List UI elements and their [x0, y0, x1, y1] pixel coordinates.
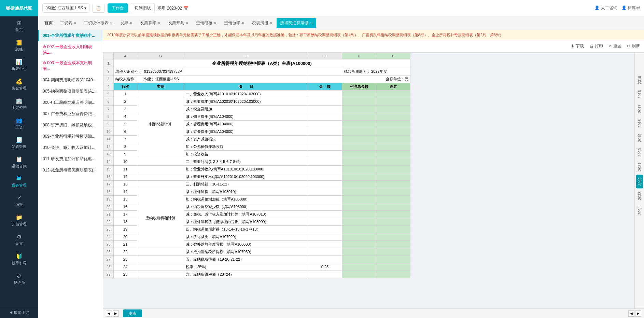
left-panel: 001-企业所得税年度纳税申... ⊗002-一般企业收入明细表(A1... ⊗… [38, 30, 103, 318]
tab-close-icon[interactable]: ✕ [310, 21, 313, 25]
print-button[interactable]: 🖨 打印 [589, 43, 603, 49]
year-2018-item[interactable]: 2018 [636, 116, 643, 130]
year-2020-item[interactable]: 2020 [636, 146, 643, 159]
year-2024-item[interactable]: 2024 [636, 204, 643, 217]
sales-icon: 📋 [16, 156, 23, 163]
table-row: 15 11 加：营业外收入(填写A101010\101020\103000) [103, 165, 410, 173]
tab-invoice-open[interactable]: 发票开具 ✕ [165, 18, 192, 28]
tab-close-icon[interactable]: ✕ [242, 21, 244, 25]
company-name: (勾撤) 江西服宝-LSS [45, 5, 83, 11]
tab-home[interactable]: 首页 [41, 18, 56, 28]
left-panel-item-001[interactable]: 001-企业所得税年度纳税申... [38, 30, 103, 41]
left-panel-item-010[interactable]: 010-免税、减计收入及加计... [38, 142, 103, 153]
tab-sales-ledger[interactable]: 进销台账 ✕ [221, 18, 248, 28]
asset-icon: 🏢 [16, 98, 23, 104]
tab-salary[interactable]: 工资表 ✕ [57, 18, 80, 28]
tab-close-icon[interactable]: ✕ [74, 21, 76, 25]
left-panel-item-004[interactable]: 004-期间费用明细表(A1040... [38, 74, 103, 86]
scroll-left-icon[interactable]: ◀ [628, 310, 634, 317]
tab-close-icon[interactable]: ✕ [186, 21, 188, 25]
tab-invoice-check[interactable]: 进销稽核 ✕ [193, 18, 220, 28]
tab-close-icon[interactable]: ✕ [158, 21, 160, 25]
table-row: 18 14 应纳税所得额计算 减：境外所得（填写A108010） [103, 188, 410, 195]
sidebar-item-guide[interactable]: 🔰 新手引导 [0, 250, 38, 269]
left-panel-item-011[interactable]: 011-研发费用加计扣除优惠... [38, 153, 103, 165]
sidebar-item-tax[interactable]: 🏛 税务管理 [0, 172, 38, 191]
download-button[interactable]: ⬇ 下载 [571, 43, 584, 49]
tab-tax-clear[interactable]: 税表清册 ✕ [249, 18, 276, 28]
row-num: 3 [103, 75, 114, 83]
year-2019b-item[interactable]: 2019 [636, 131, 643, 144]
workspace-button[interactable]: 工作台 [108, 3, 128, 13]
copy-button[interactable]: 📋 [92, 4, 105, 13]
table-row: 26 22 减：抵扣应纳税所得额（填写A107030） [103, 248, 410, 255]
row-num: 4 [103, 83, 114, 90]
year-2019-item[interactable]: 2019 [636, 73, 643, 87]
sidebar-item-label: 资金管理 [12, 86, 27, 91]
switch-button[interactable]: 切到旧版 [131, 3, 155, 13]
sheet-area: 2019年度步及取以前年度延续数据的申报表单元格需要手工维护正确，才能保证本年及… [103, 30, 644, 318]
col-line-header: 行次 [114, 83, 137, 90]
spreadsheet-wrapper[interactable]: A B C D E F 1 企业所 [103, 53, 634, 309]
sheet-toolbar: ⬇ 下载 🖨 打印 ↺ 重置 ⟳ 刷新 [103, 40, 644, 53]
reset-button[interactable]: ↺ 重置 [608, 43, 621, 49]
refresh-button[interactable]: ⟳ 刷新 [627, 43, 640, 49]
download-icon: ⬇ [571, 44, 574, 49]
sidebar-item-home[interactable]: ⊞ 首页 [0, 16, 38, 36]
sidebar-item-invoices[interactable]: 🧾 发票管理 [0, 133, 38, 153]
year-2017-item[interactable]: 2017 [636, 102, 643, 115]
user-service[interactable]: 👤 人工咨询 [594, 5, 617, 11]
sidebar-item-payroll[interactable]: 👥 工资 [0, 114, 38, 133]
username-display: 👤 徐淳华 [621, 5, 640, 11]
sidebar-item-label: 归档管理 [12, 222, 27, 227]
sidebar-item-label: 首页 [15, 27, 23, 32]
sidebar-item-report[interactable]: 📊 报表中心 [0, 55, 38, 75]
tab-close-icon[interactable]: ✕ [110, 21, 113, 25]
scroll-right-icon[interactable]: ▶ [635, 310, 641, 317]
sidebar-item-label: 新手引导 [12, 261, 27, 266]
tab-invoice[interactable]: 发票 ✕ [117, 18, 136, 28]
tab-invoice-calc[interactable]: 发票算账 ✕ [137, 18, 164, 28]
sidebar-collapse-btn[interactable]: ◀ 取消固定 [0, 307, 38, 318]
left-panel-item-008[interactable]: 008-资产折旧、摊销及纳税... [38, 120, 103, 131]
sidebar-item-archive[interactable]: 📁 归档管理 [0, 211, 38, 230]
tab-close-icon[interactable]: ✕ [130, 21, 132, 25]
nav-left-icon[interactable]: ◀ [106, 310, 112, 317]
taxpayer-name-cell: 纳税人名称： （勾撤）江西服宝-LSS [114, 75, 184, 83]
sidebar-item-member[interactable]: ◇ 畅会员 [0, 269, 38, 289]
tab-salary-stat[interactable]: 工资统计报表 ✕ [81, 18, 116, 28]
left-panel-item-003[interactable]: ⊗003-一般企业成本支出明细... [38, 57, 103, 74]
col-f-header: F [376, 53, 410, 59]
sidebar-item-ledger[interactable]: 📒 总账 [0, 36, 38, 55]
sidebar-item-fund[interactable]: 💰 资金管理 [0, 75, 38, 94]
year-2022-item[interactable]: 2022 [636, 175, 643, 188]
sidebar-item-label: 总账 [15, 47, 23, 52]
left-panel-item-006[interactable]: 006-职工薪酬纳税调整明细... [38, 97, 103, 108]
year-2023-item[interactable]: 2023 [636, 189, 643, 203]
sidebar-item-asset[interactable]: 🏢 固定资产 [0, 94, 38, 114]
sidebar-item-settle[interactable]: ✓ 结账 [0, 191, 38, 211]
tab-close-icon[interactable]: ✕ [214, 21, 216, 25]
print-icon: 🖨 [589, 44, 593, 49]
sheet-tab-main[interactable]: 主表 [123, 309, 142, 317]
table-row: 16 12 减：营业外支出(填写A102010\102020\103000) [103, 173, 410, 180]
guide-icon: 🔰 [16, 253, 23, 260]
left-panel-item-012[interactable]: 012-减免所得税优惠明细表(... [38, 165, 103, 176]
col-header-row: A B C D E F [103, 53, 410, 59]
left-panel-item-007[interactable]: 007-广告费和业务宣传费跑... [38, 108, 103, 120]
left-panel-item-009[interactable]: 009-企业所得税补亏损明细... [38, 131, 103, 142]
col-category-header: 类别 [137, 83, 184, 90]
year-2021-item[interactable]: 2021 [636, 160, 643, 174]
tab-income-tax[interactable]: 所得税汇算清缴 ✕ [277, 18, 316, 28]
year-2016-item[interactable]: 2016 [636, 87, 643, 101]
left-panel-item-002[interactable]: ⊗002-一般企业收入明细表(A1... [38, 41, 103, 57]
left-panel-item-005[interactable]: 005-纳税调整项目明细表(A1... [38, 86, 103, 97]
sidebar-item-sales[interactable]: 📋 进销台账 [0, 153, 38, 172]
nav-right-icon[interactable]: ▶ [113, 310, 119, 317]
category-cell: 利润总额计算 [137, 90, 184, 158]
sidebar-item-settings[interactable]: ⚙ 设置 [0, 230, 38, 250]
company-selector[interactable]: (勾撤) 江西服宝-LSS ▾ [42, 3, 89, 13]
member-icon: ◇ [17, 273, 21, 279]
title-row: 1 企业所得税年度纳税申报表（A类）主表(A100000) [103, 59, 410, 68]
tab-close-icon[interactable]: ✕ [270, 21, 272, 25]
